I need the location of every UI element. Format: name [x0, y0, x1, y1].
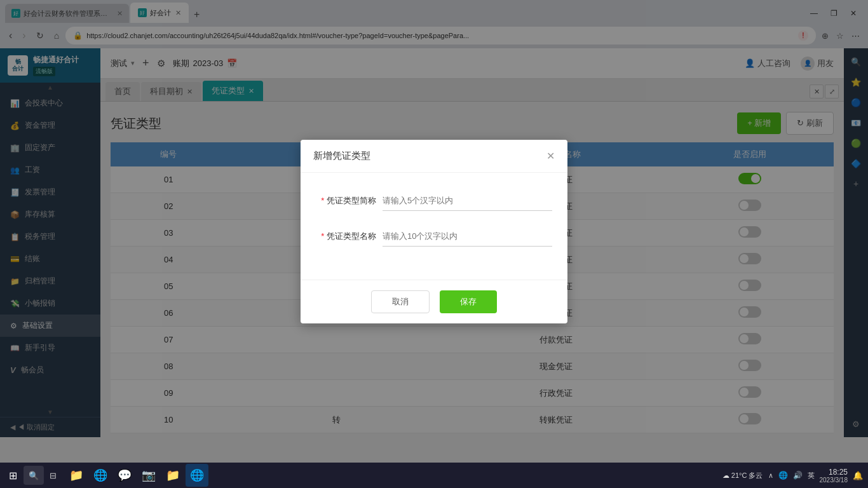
taskbar-app-camera[interactable]: 📷	[137, 464, 160, 487]
modal-close-button[interactable]: ✕	[546, 150, 555, 162]
notification-button[interactable]: 🔔	[853, 471, 863, 480]
taskbar-clock[interactable]: 18:25 2023/3/18	[820, 468, 848, 484]
modal-overlay: 新增凭证类型 ✕ * 凭证类型简称 * 凭证类型名称 取消 保存	[0, 0, 868, 463]
cancel-button[interactable]: 取消	[371, 290, 430, 313]
taskbar-time: 18:25	[820, 468, 848, 477]
start-button[interactable]: ⊞	[5, 467, 21, 484]
modal-header: 新增凭证类型 ✕	[301, 140, 567, 173]
modal-dialog: 新增凭证类型 ✕ * 凭证类型简称 * 凭证类型名称 取消 保存	[301, 140, 567, 323]
taskbar-app-files[interactable]: 📁	[161, 464, 184, 487]
name-required: *	[321, 231, 324, 241]
taskbar: ⊞ 🔍 ⊟ 📁 🌐 💬 📷 📁 🌐 ☁ 21°C 多云 ∧ 🌐 🔊 英 18:2…	[0, 463, 868, 488]
taskbar-up-arrow[interactable]: ∧	[768, 471, 773, 480]
taskbar-app-edge[interactable]: 🌐	[186, 464, 208, 487]
abbr-required: *	[321, 196, 324, 205]
abbr-input[interactable]	[383, 191, 552, 211]
modal-title: 新增凭证类型	[313, 150, 370, 162]
taskbar-right: ☁ 21°C 多云 ∧ 🌐 🔊 英 18:25 2023/3/18 🔔	[722, 468, 863, 484]
taskbar-app-chrome[interactable]: 🌐	[89, 464, 112, 487]
abbr-label-text: 凭证类型简称	[327, 196, 376, 205]
taskbar-apps: 📁 🌐 💬 📷 📁 🌐	[65, 464, 208, 487]
taskbar-lang: 英	[808, 471, 815, 480]
abbr-label: * 凭证类型简称	[316, 195, 376, 207]
taskbar-app-explorer[interactable]: 📁	[65, 464, 88, 487]
weather-info: ☁ 21°C 多云	[722, 471, 763, 480]
name-field: * 凭证类型名称	[316, 226, 552, 247]
task-view-button[interactable]: ⊟	[46, 468, 60, 483]
abbr-field: * 凭证类型简称	[316, 191, 552, 211]
taskbar-app-wechat[interactable]: 💬	[113, 464, 136, 487]
taskbar-date: 2023/3/18	[820, 477, 848, 484]
volume-icon[interactable]: 🔊	[793, 471, 803, 480]
save-button[interactable]: 保存	[440, 290, 497, 313]
search-button[interactable]: 🔍	[24, 466, 44, 485]
network-icon[interactable]: 🌐	[778, 471, 788, 480]
modal-footer: 取消 保存	[301, 280, 567, 323]
name-input[interactable]	[383, 226, 552, 247]
name-label: * 凭证类型名称	[316, 231, 376, 242]
modal-body: * 凭证类型简称 * 凭证类型名称	[301, 173, 567, 280]
name-label-text: 凭证类型名称	[327, 231, 376, 241]
